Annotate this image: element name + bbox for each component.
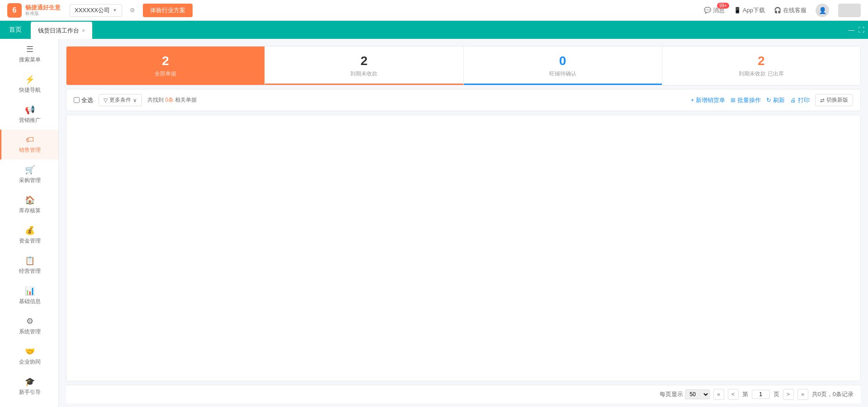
sales-icon: 🏷: [26, 135, 34, 145]
filter-icon: ▽: [104, 97, 108, 103]
sidebar: ☰ 搜索菜单 ⚡ 快捷导航 📢 营销推广 🏷 销售管理 🛒 采购管理 🏠 库存核…: [0, 39, 59, 407]
operation-icon: 📋: [25, 256, 35, 266]
sidebar-item-basic-info[interactable]: 📊 基础信息: [0, 281, 58, 311]
page-label: 第: [742, 390, 748, 398]
tab-close-icon[interactable]: ×: [82, 28, 85, 34]
stat-label-wangpuding: 旺辅待确认: [473, 70, 653, 78]
sidebar-label-purchase: 采购管理: [19, 177, 41, 184]
print-button[interactable]: 🖨 打印: [790, 96, 810, 104]
top-header: 6 畅捷通好生意 标准版 XXXXXX公司 ▼ ⚙ 体验行业方案 💬 消息 99…: [0, 0, 868, 21]
content-area: 2 全部单据 2 到期未收款 0 旺辅待确认 2 到期未收款 已出库: [59, 39, 868, 407]
logo-icon: 6: [7, 3, 22, 18]
logo-text: 畅捷通好生意 标准版: [25, 4, 61, 17]
prev-page-button[interactable]: <: [728, 389, 739, 400]
last-page-button[interactable]: »: [797, 389, 808, 400]
page-size-dropdown[interactable]: 50 100 200: [685, 389, 710, 399]
tab-active[interactable]: 钱货日清工作台 ×: [31, 22, 92, 40]
sidebar-label-search-menu: 搜索菜单: [19, 56, 41, 64]
logo-subtitle: 标准版: [25, 11, 61, 16]
header-right: 💬 消息 99+ 📱 App下载 🎧 在线客服 👤: [704, 4, 861, 17]
stat-card-all[interactable]: 2 全部单据: [66, 47, 265, 85]
stat-label-all: 全部单据: [75, 70, 255, 78]
sidebar-item-sales[interactable]: 🏷 销售管理: [0, 130, 58, 159]
sidebar-item-quick-nav[interactable]: ⚡ 快捷导航: [0, 69, 58, 99]
filter-chevron-icon: ∨: [133, 97, 137, 103]
online-service-item[interactable]: 🎧 在线客服: [774, 6, 807, 14]
sidebar-item-purchase[interactable]: 🛒 采购管理: [0, 159, 58, 190]
refresh-button[interactable]: ↻ 刷新: [766, 96, 785, 104]
toolbar-right: + 新增销货单 ⊞ 批量操作 ↻ 刷新 🖨 打印 ⇄ 切换新版: [691, 94, 853, 106]
tab-bar-right: — ⛶: [848, 26, 868, 33]
purchase-icon: 🛒: [25, 165, 35, 175]
sidebar-item-search-menu[interactable]: ☰ 搜索菜单: [0, 39, 58, 69]
page-suffix-label: 页: [774, 390, 779, 398]
table-area: [66, 115, 861, 381]
found-text: 共找到 0条 相关单据: [147, 96, 197, 104]
sidebar-label-finance: 资金管理: [19, 237, 41, 245]
toolbar: 全选 ▽ 更多条件 ∨ 共找到 0条 相关单据 + 新增销货单 ⊞ 批量操作: [66, 89, 861, 111]
cooperation-icon: 🤝: [25, 346, 35, 356]
trial-button[interactable]: 体验行业方案: [143, 4, 193, 17]
page-number-input[interactable]: 1: [752, 390, 770, 399]
next-page-button[interactable]: >: [783, 389, 794, 400]
batch-operation-button[interactable]: ⊞ 批量操作: [731, 96, 761, 104]
stat-number-overdue: 2: [274, 54, 454, 68]
add-sale-button[interactable]: + 新增销货单: [691, 96, 725, 104]
stat-card-wangpuding[interactable]: 0 旺辅待确认: [464, 47, 662, 85]
tab-bar: 首页 钱货日清工作台 × — ⛶: [0, 21, 868, 39]
gear-icon: ⚙: [130, 7, 135, 14]
message-item[interactable]: 💬 消息 99+: [704, 6, 725, 14]
sidebar-label-quick-nav: 快捷导航: [19, 86, 41, 94]
stat-label-overdue: 到期未收款: [274, 70, 454, 78]
logo-area: 6 畅捷通好生意 标准版: [7, 3, 66, 18]
user-icon: 👤: [819, 7, 826, 14]
filter-label: 更多条件: [109, 96, 131, 104]
filter-button[interactable]: ▽ 更多条件 ∨: [99, 94, 142, 106]
stat-indicator-wangpuding: [464, 84, 662, 85]
sidebar-item-app-center[interactable]: 📦 应用中心: [0, 402, 58, 407]
stat-number-notout: 2: [671, 54, 851, 68]
sidebar-label-basic-info: 基础信息: [19, 298, 41, 305]
online-service-label: 在线客服: [783, 6, 807, 14]
sidebar-item-marketing[interactable]: 📢 营销推广: [0, 99, 58, 130]
stat-card-notout[interactable]: 2 到期未收款 已出库: [662, 47, 860, 85]
select-all-checkbox[interactable]: 全选: [74, 96, 93, 104]
sidebar-item-operation[interactable]: 📋 经营管理: [0, 250, 58, 281]
sidebar-item-guide[interactable]: 🎓 新手引导: [0, 371, 58, 402]
stat-number-all: 2: [75, 54, 255, 68]
stat-card-overdue[interactable]: 2 到期未收款: [265, 47, 463, 85]
chevron-down-icon: ▼: [113, 8, 117, 13]
checkbox-input[interactable]: [74, 97, 80, 103]
first-page-button[interactable]: «: [713, 389, 724, 400]
sidebar-item-finance[interactable]: 💰 资金管理: [0, 220, 58, 250]
company-selector[interactable]: XXXXXX公司 ▼: [70, 4, 122, 17]
page-size-label: 每页显示: [660, 390, 683, 398]
headset-icon: 🎧: [774, 7, 781, 14]
logo-title: 畅捷通好生意: [25, 4, 61, 11]
tab-maximize-icon[interactable]: ⛶: [858, 26, 864, 33]
print-icon: 🖨: [790, 97, 796, 103]
settings-button[interactable]: ⚙: [126, 4, 139, 17]
sidebar-item-sys-mgmt[interactable]: ⚙ 系统管理: [0, 311, 58, 341]
sys-mgmt-icon: ⚙: [26, 316, 33, 326]
refresh-label: 刷新: [773, 96, 785, 104]
app-download-item[interactable]: 📱 App下载: [734, 6, 765, 14]
switch-version-button[interactable]: ⇄ 切换新版: [815, 94, 853, 106]
app-download-icon: 📱: [734, 7, 741, 14]
tab-minimize-icon[interactable]: —: [848, 26, 854, 33]
sidebar-label-sales: 销售管理: [19, 146, 41, 154]
main-layout: ☰ 搜索菜单 ⚡ 快捷导航 📢 营销推广 🏷 销售管理 🛒 采购管理 🏠 库存核…: [0, 39, 868, 407]
stats-row: 2 全部单据 2 到期未收款 0 旺辅待确认 2 到期未收款 已出库: [66, 46, 861, 85]
stat-number-wangpuding: 0: [473, 54, 653, 68]
sidebar-label-guide: 新手引导: [19, 388, 41, 396]
avatar[interactable]: 👤: [816, 4, 829, 17]
refresh-icon: ↻: [766, 97, 771, 103]
found-count: 0条: [165, 97, 174, 103]
tab-home[interactable]: 首页: [0, 21, 31, 39]
stat-indicator-overdue: [265, 84, 463, 85]
switch-icon: ⇄: [820, 97, 825, 103]
sidebar-item-cooperation[interactable]: 🤝 企业协同: [0, 341, 58, 371]
select-all-label: 全选: [81, 96, 93, 104]
quick-nav-icon: ⚡: [25, 75, 35, 84]
sidebar-item-inventory[interactable]: 🏠 库存核算: [0, 190, 58, 220]
